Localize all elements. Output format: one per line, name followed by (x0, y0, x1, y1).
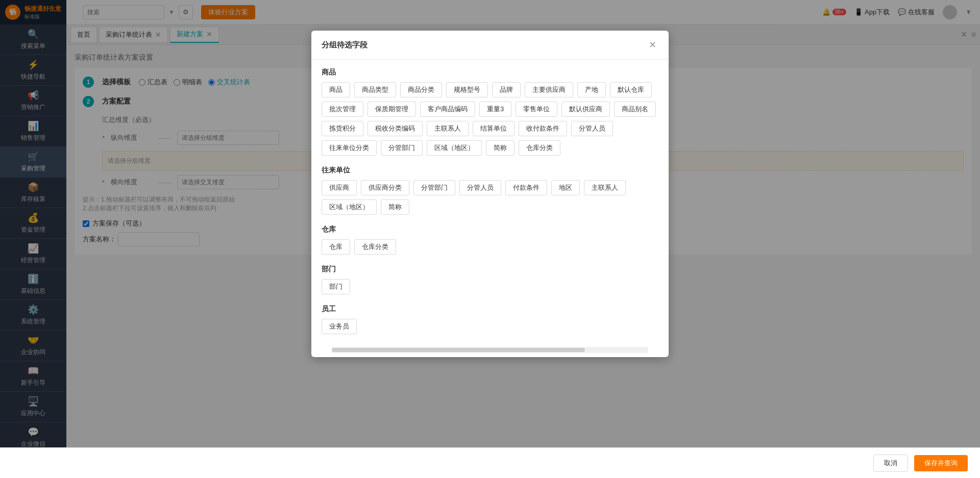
field-tag-0-2[interactable]: 商品分类 (400, 82, 442, 97)
field-tag-0-10[interactable]: 客户商品编码 (420, 102, 475, 117)
field-tag-2-0[interactable]: 仓库 (322, 239, 350, 255)
field-tag-3-0[interactable]: 部门 (322, 279, 350, 294)
field-tag-0-15[interactable]: 拣货积分 (322, 121, 363, 136)
modal-body: 商品商品商品类型商品分类规格型号品牌主要供应商产地默认仓库批次管理保质期管理客户… (311, 60, 669, 345)
field-tag-1-1[interactable]: 供应商分类 (361, 180, 409, 195)
field-section-1: 往来单位供应商供应商分类分管部门分管人员付款条件地区主联系人区域（地区）简称 (322, 166, 658, 215)
field-section-title-1: 往来单位 (322, 166, 658, 175)
field-tag-0-9[interactable]: 保质期管理 (368, 102, 416, 117)
field-tag-4-0[interactable]: 业务员 (322, 319, 357, 334)
field-tag-0-5[interactable]: 主要供应商 (525, 82, 573, 97)
modal-header: 分组待选字段 ✕ (311, 31, 669, 60)
field-section-title-0: 商品 (322, 68, 658, 77)
field-tag-1-7[interactable]: 区域（地区） (322, 199, 377, 215)
field-tag-0-19[interactable]: 收付款条件 (519, 121, 567, 136)
field-section-title-2: 仓库 (322, 225, 658, 234)
field-tag-0-20[interactable]: 分管人员 (571, 121, 613, 136)
field-section-title-3: 部门 (322, 265, 658, 274)
field-tag-1-3[interactable]: 分管人员 (459, 180, 501, 195)
field-tag-0-12[interactable]: 零售单位 (516, 102, 557, 117)
field-tag-0-3[interactable]: 规格型号 (446, 82, 488, 97)
field-tag-0-18[interactable]: 结算单位 (473, 121, 514, 136)
horizontal-scrollbar[interactable] (332, 347, 648, 353)
scrollbar-thumb (332, 348, 585, 352)
field-tag-0-16[interactable]: 税收分类编码 (368, 121, 423, 136)
field-tags-0: 商品商品类型商品分类规格型号品牌主要供应商产地默认仓库批次管理保质期管理客户商品… (322, 82, 658, 156)
field-section-3: 部门部门 (322, 265, 658, 294)
field-tag-1-6[interactable]: 主联系人 (584, 180, 626, 195)
field-tag-0-23[interactable]: 区域（地区） (427, 140, 482, 156)
field-tag-1-0[interactable]: 供应商 (322, 180, 357, 195)
field-tag-0-4[interactable]: 品牌 (492, 82, 521, 97)
field-tag-1-8[interactable]: 简称 (381, 199, 409, 215)
field-tag-2-1[interactable]: 仓库分类 (354, 239, 396, 255)
field-section-title-4: 员工 (322, 305, 658, 314)
field-tag-0-17[interactable]: 主联系人 (427, 121, 469, 136)
field-tags-4: 业务员 (322, 319, 658, 334)
field-section-4: 员工业务员 (322, 305, 658, 334)
field-select-modal: 分组待选字段 ✕ 商品商品商品类型商品分类规格型号品牌主要供应商产地默认仓库批次… (311, 31, 669, 357)
field-tags-2: 仓库仓库分类 (322, 239, 658, 255)
confirm-button[interactable]: 保存并查询 (914, 455, 968, 471)
field-tag-1-5[interactable]: 地区 (551, 180, 580, 195)
field-tag-0-25[interactable]: 仓库分类 (519, 140, 560, 156)
field-tag-0-13[interactable]: 默认供应商 (561, 102, 610, 117)
modal-close-button[interactable]: ✕ (646, 39, 658, 51)
field-tag-1-2[interactable]: 分管部门 (413, 180, 455, 195)
field-tag-0-22[interactable]: 分管部门 (381, 140, 423, 156)
modal-title: 分组待选字段 (322, 40, 368, 50)
modal-backdrop: 分组待选字段 ✕ 商品商品商品类型商品分类规格型号品牌主要供应商产地默认仓库批次… (0, 0, 980, 478)
field-tag-0-21[interactable]: 往来单位分类 (322, 140, 377, 156)
field-tag-0-24[interactable]: 简称 (486, 140, 514, 156)
field-section-0: 商品商品商品类型商品分类规格型号品牌主要供应商产地默认仓库批次管理保质期管理客户… (322, 68, 658, 156)
cancel-button[interactable]: 取消 (873, 455, 908, 472)
field-tag-0-14[interactable]: 商品别名 (614, 102, 656, 117)
field-tag-0-1[interactable]: 商品类型 (354, 82, 396, 97)
field-tags-3: 部门 (322, 279, 658, 294)
field-tag-0-7[interactable]: 默认仓库 (610, 82, 652, 97)
field-tags-1: 供应商供应商分类分管部门分管人员付款条件地区主联系人区域（地区）简称 (322, 180, 658, 215)
modal-footer: 取消 保存并查询 (0, 447, 980, 478)
field-tag-0-6[interactable]: 产地 (577, 82, 606, 97)
modal-scrollbar-area (311, 345, 669, 357)
field-tag-0-11[interactable]: 重量3 (479, 102, 511, 117)
field-section-2: 仓库仓库仓库分类 (322, 225, 658, 255)
field-tag-1-4[interactable]: 付款条件 (505, 180, 547, 195)
field-tag-0-8[interactable]: 批次管理 (322, 102, 363, 117)
field-tag-0-0[interactable]: 商品 (322, 82, 350, 97)
